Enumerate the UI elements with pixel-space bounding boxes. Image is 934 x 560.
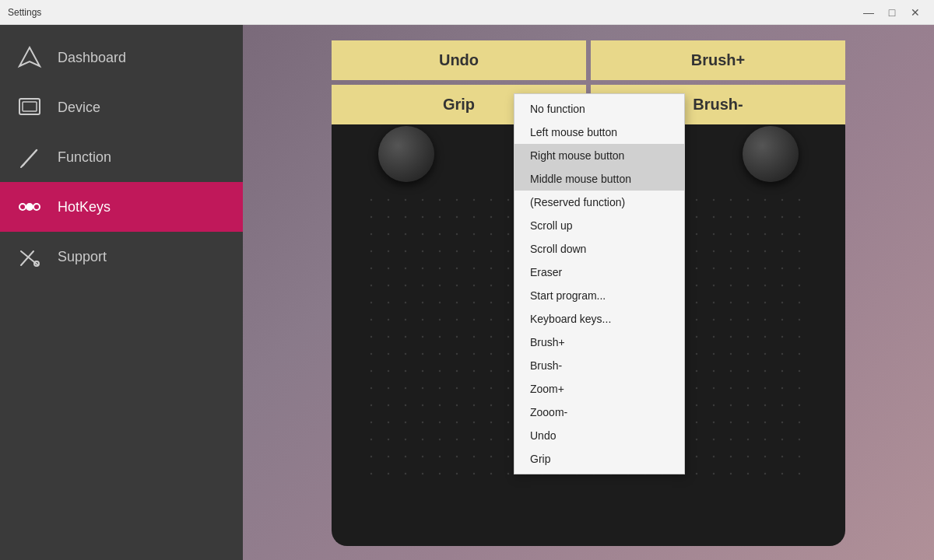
- sidebar-item-support[interactable]: Support: [0, 232, 243, 282]
- arrow-icon: [16, 44, 44, 72]
- sidebar-item-device[interactable]: Device: [0, 82, 243, 132]
- dropdown-item-undo[interactable]: Undo: [514, 424, 684, 447]
- tablet-left-button: [378, 126, 434, 182]
- title-bar-controls: — □ ✕: [858, 5, 926, 20]
- sidebar-function-label: Function: [58, 149, 111, 166]
- title-bar: Settings — □ ✕: [0, 0, 934, 25]
- svg-rect-1: [23, 102, 37, 111]
- brush-plus-hotkey-button[interactable]: Brush+: [591, 40, 845, 80]
- main-layout: Dashboard Device Function: [0, 25, 934, 560]
- tablet-right-button: [743, 126, 799, 182]
- device-icon: [16, 93, 44, 121]
- dropdown-item-grip[interactable]: Grip: [514, 447, 684, 471]
- dropdown-item-start-program[interactable]: Start program...: [514, 284, 684, 307]
- dropdown-item-eraser[interactable]: Eraser: [514, 261, 684, 284]
- sidebar-dashboard-label: Dashboard: [58, 50, 126, 66]
- dropdown-item-right-mouse[interactable]: Right mouse button: [514, 144, 684, 167]
- maximize-button[interactable]: □: [881, 5, 903, 20]
- dropdown-item-brush-plus[interactable]: Brush+: [514, 331, 684, 354]
- sidebar-item-function[interactable]: Function: [0, 132, 243, 182]
- dropdown-item-reserved[interactable]: (Reserved function): [514, 191, 684, 214]
- sidebar: Dashboard Device Function: [0, 25, 243, 560]
- svg-point-5: [19, 204, 26, 210]
- dropdown-item-keyboard-keys[interactable]: Keyboard keys...: [514, 307, 684, 331]
- hotkeys-icon: [16, 193, 44, 221]
- close-button[interactable]: ✕: [904, 5, 926, 20]
- svg-point-7: [33, 204, 40, 210]
- dropdown-item-scroll-down[interactable]: Scroll down: [514, 237, 684, 261]
- sidebar-item-hotkeys[interactable]: HotKeys: [0, 182, 243, 232]
- support-icon: [16, 243, 44, 271]
- sidebar-item-dashboard[interactable]: Dashboard: [0, 33, 243, 82]
- minimize-button[interactable]: —: [858, 5, 880, 20]
- dropdown-item-zoom-plus[interactable]: Zoom+: [514, 377, 684, 401]
- title-bar-text: Settings: [8, 7, 858, 18]
- content-area: Undo Brush+ Grip Brush- No function Left…: [243, 25, 934, 560]
- svg-point-6: [26, 204, 33, 210]
- dropdown-item-middle-mouse[interactable]: Middle mouse button: [514, 167, 684, 191]
- function-dropdown: No function Left mouse button Right mous…: [514, 93, 685, 474]
- svg-line-4: [21, 164, 24, 167]
- svg-line-3: [23, 150, 37, 166]
- dropdown-item-brush-minus[interactable]: Brush-: [514, 354, 684, 377]
- dropdown-item-no-function[interactable]: No function: [514, 97, 684, 121]
- sidebar-hotkeys-label: HotKeys: [58, 199, 111, 215]
- dropdown-item-scroll-up[interactable]: Scroll up: [514, 214, 684, 237]
- dropdown-item-zooom-minus[interactable]: Zooom-: [514, 401, 684, 424]
- pen-icon: [16, 143, 44, 171]
- undo-hotkey-button[interactable]: Undo: [332, 40, 586, 80]
- sidebar-support-label: Support: [58, 249, 107, 265]
- sidebar-device-label: Device: [58, 100, 100, 116]
- dropdown-item-left-mouse[interactable]: Left mouse button: [514, 121, 684, 144]
